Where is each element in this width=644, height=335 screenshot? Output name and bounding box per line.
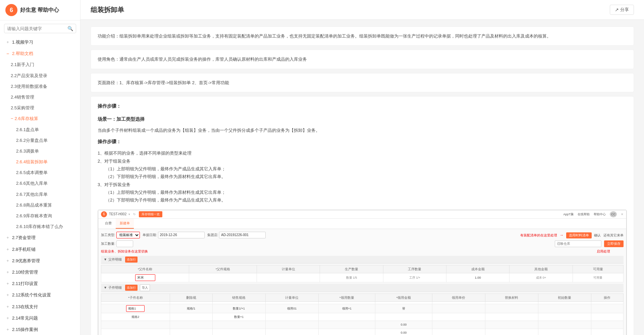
mock-tab2-label: 新建单 bbox=[120, 221, 130, 225]
annotation-assembly-switch: 组装业务、拆卸业务在这里切换 bbox=[101, 248, 148, 255]
mock-col-other-amt: 其他金额 bbox=[509, 265, 573, 273]
mock-col-measure-unit: 计量单位 bbox=[265, 294, 318, 302]
sidebar-item-case[interactable]: + 2.15操作案例 bbox=[0, 324, 80, 335]
sidebar-item-inventory-check[interactable]: 2.6.1盘点单 bbox=[5, 124, 80, 135]
sidebar-item-inventory-ledger[interactable]: 2.6.9库存账本查询 bbox=[5, 211, 80, 221]
sidebar-item-transfer[interactable]: 2.6.3调拨单 bbox=[5, 146, 80, 157]
mock-tab-1[interactable]: 自费 bbox=[101, 219, 116, 229]
sidebar-item-other-outbound[interactable]: 2.6.7其他出库单 bbox=[5, 189, 80, 200]
sidebar-item-assembly[interactable]: 2.6.4组装拆卸单 bbox=[5, 157, 80, 167]
mock-add-btn-upper[interactable]: 添加行 bbox=[125, 257, 138, 263]
search-icon[interactable]: 🔍 bbox=[67, 26, 73, 31]
sidebar-sub-inventory: 2.6.1盘点单 2.6.2分量盘点单 2.6.3调拨单 2.6.4组装拆卸单 … bbox=[0, 124, 80, 232]
plus-icon-mobile: + bbox=[5, 247, 10, 252]
sidebar-item-sales-mgmt[interactable]: 2.4销售管理 bbox=[0, 92, 80, 103]
share-button[interactable]: ↗ 分享 bbox=[610, 5, 634, 15]
mock-qty-group: 加工数量: bbox=[101, 240, 133, 247]
mock-date-group: 单据日期: bbox=[143, 232, 205, 238]
mock-help-btn: 在线帮助 bbox=[578, 212, 590, 217]
sidebar-item-install-login[interactable]: 2.2产品安装及登录 bbox=[0, 70, 80, 81]
sidebar-item-inventory-error[interactable]: 2.6.10库存账本错了么办 bbox=[5, 221, 80, 232]
sidebar-item-finance[interactable]: + 2.7资金管理 bbox=[0, 232, 80, 243]
sidebar-item-help-docs[interactable]: − 2.帮助文档 bbox=[0, 48, 80, 59]
sidebar-header: 6 好生意 帮助中心 bbox=[0, 0, 80, 20]
step3-1: （1）上部明细为父件明细，最终作为原材料生成其它出库单； bbox=[98, 188, 627, 196]
sidebar-item-other-inbound[interactable]: 2.6.6其他入库单 bbox=[5, 178, 80, 189]
sidebar-item-online-pay[interactable]: + 2.13在线支付 bbox=[0, 301, 80, 313]
mock-ui: 6 TEST-H002 ▾ ↻ 库存明细一览 AppT脑 在线帮助 帮助中心 C… bbox=[98, 210, 627, 335]
mock-tab-bar: 自费 新建单 bbox=[98, 219, 626, 229]
sidebar-item-cost-recalc[interactable]: 2.6.8商品成本重算 bbox=[5, 200, 80, 211]
role-block: 使用角色：通常由生产人员或库管人员完成拆装业务的操作，库管人员确认原材料的出库和… bbox=[91, 50, 634, 69]
mock-warehouse-input[interactable] bbox=[555, 240, 601, 247]
mock-process-type: 加工类型: 组装标准 拆卸标准 bbox=[101, 232, 140, 238]
arrow-right-icon: → bbox=[559, 233, 564, 237]
main-content: 组装拆卸单 ↗ 分享 功能介绍：组装拆卸单用来处理企业组装或拆卸等加工业务，支持… bbox=[80, 0, 644, 335]
mock-child-input-1[interactable] bbox=[126, 305, 145, 312]
sidebar-item-faq[interactable]: + 2.14常见问题 bbox=[0, 313, 80, 324]
path-block: 页面路径：1、库存核算->库存管理->组装拆卸单 2、首页->常用功能 bbox=[91, 73, 634, 92]
sidebar-item-inventory[interactable]: − 2.6库存核算 bbox=[0, 113, 80, 124]
sidebar-item-partial-check[interactable]: 2.6.2分量盘点单 bbox=[5, 135, 80, 146]
mock-process-select[interactable]: 组装标准 拆卸标准 bbox=[116, 232, 140, 238]
intro-block: 功能介绍：组装拆卸单用来处理企业组装或拆卸等加工业务，支持有固定装配清单的产品加… bbox=[91, 26, 634, 46]
table-row bbox=[101, 302, 624, 304]
mock-body: 加工类型: 组装标准 拆卸标准 单据日期: bbox=[98, 229, 626, 335]
mock-top-bar: 6 TEST-H002 ▾ ↻ 库存明细一览 AppT脑 在线帮助 帮助中心 C… bbox=[98, 210, 626, 219]
sidebar-item-video-learning[interactable]: + 1.视频学习 bbox=[0, 37, 80, 48]
mock-confirm-btn-label: 确认 bbox=[594, 233, 601, 237]
mock-tab-2[interactable]: 新建单 bbox=[116, 219, 134, 229]
mock-upper-label: 父件明细 bbox=[108, 257, 122, 263]
mock-process-label: 加工类型: bbox=[101, 232, 115, 238]
mock-lower-section: ▼ 子件明细 添加行 导入 bbox=[101, 284, 624, 292]
mock-close-icon[interactable]: ✕ bbox=[621, 212, 624, 217]
mock-col-cost-amt: 成本金额 bbox=[446, 265, 509, 273]
ops-steps-label: 操作步骤： bbox=[98, 137, 627, 146]
sidebar-item-print[interactable]: + 2.11打印设置 bbox=[0, 278, 80, 289]
mock-col-unit: 计量单位 bbox=[257, 265, 320, 273]
sidebar-sub-help-docs: 2.1新手入门 2.2产品安装及登录 2.3使用前数据准备 2.4销售管理 2.… bbox=[0, 59, 80, 232]
plus-icon-case: + bbox=[5, 327, 10, 332]
mock-col-process-qty: 工序数量 bbox=[383, 265, 446, 273]
mock-add-btn-lower[interactable]: 添加行 bbox=[125, 285, 138, 291]
mock-select-bom-btn[interactable]: 选用时料清单 bbox=[566, 232, 592, 238]
sidebar-item-cost-adjust[interactable]: 2.6.5成本调整单 bbox=[5, 167, 80, 178]
sidebar-item-newcomer[interactable]: 2.1新手入门 bbox=[0, 59, 80, 70]
mock-other-action: 还有其它来单 bbox=[603, 233, 624, 237]
mock-shop-input[interactable] bbox=[219, 232, 266, 238]
step3-2: （2）下部明细为子件明细，最终作为产成品生成其它入库单。 bbox=[98, 196, 627, 204]
mock-qty-input[interactable] bbox=[116, 240, 133, 247]
table-row: 规格2 数量+1 bbox=[101, 313, 624, 321]
mock-import-btn[interactable]: 导入 bbox=[140, 284, 150, 291]
plus-icon-print: + bbox=[5, 281, 10, 286]
sidebar-item-system[interactable]: + 2.12系统个性化设置 bbox=[0, 289, 80, 301]
sidebar-item-mobile[interactable]: + 2.8手机旺铺 bbox=[0, 244, 80, 255]
mock-date-input[interactable] bbox=[158, 232, 205, 238]
mock-group-shop: 集团店: bbox=[207, 232, 266, 238]
content-area: 功能介绍：组装拆卸单用来处理企业组装或拆卸等加工业务，支持有固定装配清单的产品加… bbox=[80, 20, 644, 335]
table-row: 0.00 bbox=[101, 321, 624, 329]
table-row: 0.00 bbox=[101, 329, 624, 335]
main-header: 组装拆卸单 ↗ 分享 bbox=[80, 0, 644, 20]
mock-col-child-name: *子件名称 bbox=[101, 294, 170, 302]
path-text: 页面路径：1、库存核算->库存管理->组装拆卸单 2、首页->常用功能 bbox=[98, 79, 627, 87]
mock-parent-input[interactable] bbox=[135, 274, 155, 281]
mock-upper-section: ▼ 父件明细 添加行 bbox=[101, 256, 624, 264]
mock-form-area: 加工类型: 组装标准 拆卸标准 单据日期: bbox=[98, 229, 626, 335]
mock-cell-parent bbox=[101, 273, 189, 282]
mock-tab1-label: 自费 bbox=[105, 221, 112, 225]
mock-save-btn[interactable]: 立即保存 bbox=[604, 240, 624, 247]
mock-form-row-2: 加工数量: 立即保存 bbox=[101, 240, 624, 247]
sidebar-item-data-prep[interactable]: 2.3使用前数据准备 bbox=[0, 81, 80, 92]
search-box[interactable]: 🔍 bbox=[4, 24, 76, 33]
sidebar-item-purchase-mgmt[interactable]: 2.5采购管理 bbox=[0, 103, 80, 113]
mock-app-btn: AppT脑 bbox=[563, 212, 574, 217]
search-input[interactable] bbox=[7, 26, 67, 31]
annotation-bom: 有装配清单的在这里处理 bbox=[520, 233, 557, 237]
sidebar-item-ops-mgmt[interactable]: + 2.10经营管理 bbox=[0, 267, 80, 278]
mock-warehouse-group bbox=[555, 240, 601, 247]
sidebar-item-coupon[interactable]: + 2.9优惠券管理 bbox=[0, 255, 80, 267]
mock-col-use-qty: *领用数量 bbox=[318, 294, 375, 302]
mock-inventory-btn[interactable]: 库存明细一览 bbox=[139, 211, 162, 217]
mock-col-del-spec: 删除规 bbox=[170, 294, 212, 302]
